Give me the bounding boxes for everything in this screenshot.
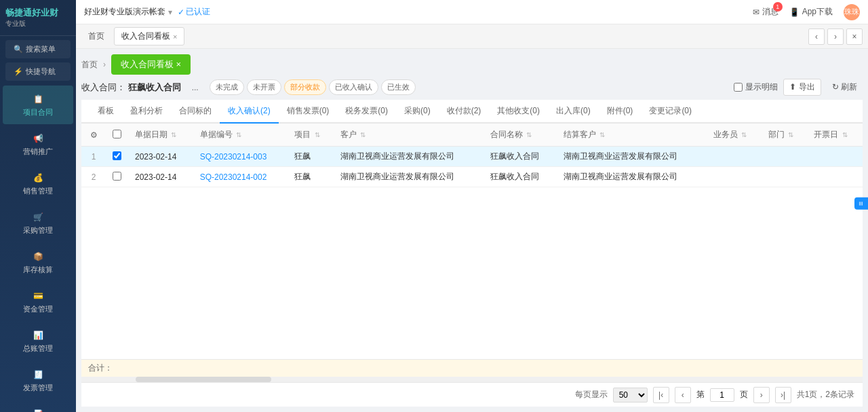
- row-invoice-date-2: [807, 167, 863, 187]
- sidebar-item-tax[interactable]: 📑 税务管理: [3, 400, 73, 412]
- settle-sort-icon[interactable]: ⇅: [599, 131, 605, 138]
- table-body: 1 2023-02-14 SQ-20230214-003 狂飙 湖南卫视商业运营…: [81, 147, 863, 187]
- user-avatar-btn[interactable]: 珠珠: [844, 4, 860, 20]
- sidebar-item-invoice[interactable]: 🧾 发票管理: [3, 361, 73, 400]
- table-row[interactable]: 2 2023-02-14 SQ-20230214-002 狂飙 湖南卫视商业运营…: [81, 167, 863, 187]
- row-dept-2: [762, 167, 807, 187]
- sub-tab-税务发票[interactable]: 税务发票(0): [337, 100, 396, 124]
- date-sort-icon[interactable]: ⇅: [171, 131, 176, 138]
- project-sort-icon[interactable]: ⇅: [315, 131, 320, 138]
- status-incomplete-label: 未完成: [216, 83, 238, 91]
- contract-sort-icon[interactable]: ⇅: [526, 131, 532, 138]
- horizontal-scrollbar[interactable]: [81, 377, 863, 382]
- status-row: 未完成 未开票 部分收款 已收入确认 已生效: [210, 79, 729, 95]
- refresh-btn[interactable]: ↻ 刷新: [827, 79, 863, 95]
- tab-home[interactable]: 首页: [81, 28, 111, 45]
- tab-contract-board[interactable]: 收入合同看板 ×: [114, 27, 184, 45]
- sub-tab-其他收支[interactable]: 其他收支(0): [489, 100, 548, 124]
- table-wrapper[interactable]: ⚙ 单据日期 ⇅ 单据编号 ⇅: [81, 124, 863, 359]
- sidebar-item-project[interactable]: 📋 项目合同: [3, 86, 73, 124]
- row-contract-2: 狂飙收入合同: [484, 167, 557, 187]
- display-detail-checkbox[interactable]: [734, 83, 743, 92]
- row-settle-2: 湖南卫视商业运营发展有限公司: [557, 167, 707, 187]
- app-name: 畅捷通好业财: [5, 7, 71, 19]
- sidebar-item-sales[interactable]: 💰 销售管理: [3, 164, 73, 203]
- invoice-date-sort-icon[interactable]: ⇅: [842, 131, 848, 138]
- topbar-left: 好业财专业版演示帐套 ▾ ✓ 已认证: [84, 6, 210, 18]
- table-row[interactable]: 1 2023-02-14 SQ-20230214-003 狂飙 湖南卫视商业运营…: [81, 147, 863, 167]
- status-effective-btn[interactable]: 已生效: [381, 79, 416, 95]
- download-icon: 📱: [789, 7, 800, 17]
- dept-sort-icon[interactable]: ⇅: [788, 131, 793, 138]
- sidebar-item-purchase[interactable]: 🛒 采购管理: [3, 204, 73, 242]
- tabs-nav: ‹ › ×: [808, 29, 863, 45]
- sub-tab-采购[interactable]: 采购(0): [396, 100, 439, 124]
- row-link-2[interactable]: SQ-20230214-002: [200, 172, 267, 182]
- sales-sort-icon[interactable]: ⇅: [741, 131, 747, 138]
- export-btn[interactable]: ⬆ 导出: [783, 79, 821, 96]
- customer-sort-icon[interactable]: ⇅: [360, 131, 366, 138]
- tab-close-btn[interactable]: ×: [846, 29, 863, 45]
- breadcrumb-sep: ›: [103, 60, 106, 69]
- sidebar-search[interactable]: 🔍 搜索菜单: [5, 40, 71, 58]
- message-btn[interactable]: ✉ 消息 1: [753, 6, 778, 18]
- sub-tab-合同标的[interactable]: 合同标的: [171, 100, 220, 124]
- first-page-btn[interactable]: |‹: [653, 387, 669, 403]
- sub-tab-看板[interactable]: 看板: [90, 100, 122, 124]
- number-sort-icon[interactable]: ⇅: [236, 131, 241, 138]
- display-detail-toggle[interactable]: 显示明细: [734, 81, 778, 93]
- prev-page-btn[interactable]: ‹: [675, 387, 691, 403]
- table-settings-icon[interactable]: ⚙: [88, 130, 99, 141]
- sub-tab-出入库[interactable]: 出入库(0): [548, 100, 599, 124]
- status-incomplete-btn[interactable]: 未完成: [210, 79, 244, 95]
- tab-prev-btn[interactable]: ‹: [808, 29, 825, 45]
- row-project-2: 狂飙: [288, 167, 333, 187]
- row-customer-1: 湖南卫视商业运营发展有限公司: [334, 147, 484, 167]
- contract-board-tab-btn[interactable]: 收入合同看板 ×: [111, 54, 191, 75]
- per-page-select[interactable]: 50 100 200: [613, 388, 648, 402]
- more-options-btn[interactable]: ...: [186, 81, 204, 94]
- status-unopened-btn[interactable]: 未开票: [247, 79, 281, 95]
- app-download-btn[interactable]: 📱 App下载: [789, 6, 833, 18]
- status-unopened-label: 未开票: [253, 83, 275, 91]
- select-all-checkbox[interactable]: [113, 130, 121, 138]
- sidebar-items: 📋 项目合同 📢 营销推广 💰 销售管理 🛒 采购管理 📦 库存核算 💳 资金管…: [0, 85, 76, 412]
- app-logo: 畅捷通好业财 专业版: [0, 0, 76, 36]
- row-date-1: 2023-02-14: [128, 147, 193, 167]
- sidebar-item-general[interactable]: 📊 总账管理: [3, 322, 73, 360]
- float-action-btn[interactable]: ≡: [854, 198, 868, 210]
- check-col-header: [106, 124, 128, 147]
- sub-tab-变更记录[interactable]: 变更记录(0): [641, 100, 700, 124]
- scroll-thumb[interactable]: [136, 377, 271, 382]
- sub-tab-附件[interactable]: 附件(0): [599, 100, 642, 124]
- sub-tab-收付款[interactable]: 收付款(2): [439, 100, 490, 124]
- invoice-date-col-header: 开票日 ⇅: [807, 124, 863, 147]
- message-badge: 1: [773, 2, 783, 12]
- sub-tab-盈利分析[interactable]: 盈利分析: [122, 100, 171, 124]
- row-number-1: SQ-20230214-003: [193, 147, 288, 167]
- contract-header: 收入合同： 狂飙收入合同 ... 未完成 未开票 部分收款 已收入确认: [81, 79, 863, 96]
- company-selector[interactable]: 好业财专业版演示帐套 ▾: [84, 6, 172, 18]
- status-confirmed-btn[interactable]: 已收入确认: [329, 79, 378, 95]
- sidebar-item-marketing[interactable]: 📢 营销推广: [3, 125, 73, 164]
- last-page-btn[interactable]: ›|: [775, 387, 791, 403]
- sub-tab-销售发票[interactable]: 销售发票(0): [279, 100, 338, 124]
- settle-col-header: 结算客户 ⇅: [557, 124, 707, 147]
- tab-next-btn[interactable]: ›: [827, 29, 844, 45]
- capital-icon: 💳: [31, 289, 45, 303]
- app-sub: 专业版: [5, 19, 71, 29]
- search-icon: 🔍: [14, 45, 23, 54]
- status-partial-btn[interactable]: 部分收款: [284, 79, 326, 95]
- row-check-2[interactable]: [106, 167, 128, 187]
- sub-tab-收入确认[interactable]: 收入确认(2): [220, 100, 279, 124]
- sidebar-label-general: 总账管理: [23, 343, 53, 354]
- row-check-1[interactable]: [106, 147, 128, 167]
- sidebar-item-inventory[interactable]: 📦 库存核算: [3, 243, 73, 282]
- next-page-btn[interactable]: ›: [753, 387, 770, 403]
- sidebar-quick-nav[interactable]: ⚡ 快捷导航: [5, 62, 71, 81]
- close-tab-icon[interactable]: ×: [173, 33, 177, 41]
- page-number-input[interactable]: [710, 388, 734, 402]
- sidebar-item-capital[interactable]: 💳 资金管理: [3, 282, 73, 321]
- row-link-1[interactable]: SQ-20230214-003: [200, 152, 267, 162]
- row-settle-1: 湖南卫视商业运营发展有限公司: [557, 147, 707, 167]
